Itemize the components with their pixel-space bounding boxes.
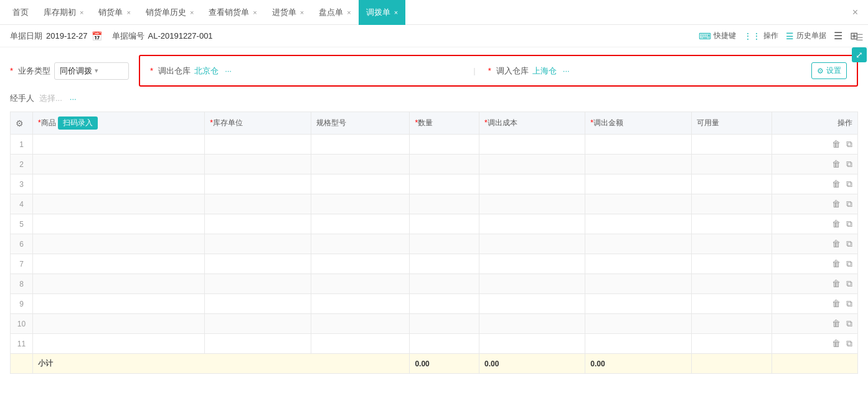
table-row: 9 🗑 ⧉ (11, 294, 858, 314)
table-row: 5 🗑 ⧉ (11, 214, 858, 234)
copy-btn[interactable]: ⧉ (846, 259, 852, 269)
warehouse-in-field: * 调入仓库 上海仓 ··· (488, 65, 799, 77)
biz-type-select[interactable]: 同价调拨 ▾ (54, 62, 129, 80)
biz-type-field: * 业务类型 同价调拨 ▾ (10, 62, 129, 80)
tab-close-stocktake[interactable]: × (347, 9, 351, 16)
delete-btn[interactable]: 🗑 (832, 278, 841, 288)
th-gear[interactable]: ⚙ (11, 112, 33, 135)
delete-btn[interactable]: 🗑 (832, 239, 841, 249)
tab-close-purchase[interactable]: × (300, 9, 304, 16)
table-wrapper: ⚙ *商品 扫码录入 *库存单位 规格型号 *数量 *调出成本 *调出金额 可用… (10, 112, 858, 374)
shortcut-action[interactable]: ⌨ 快捷键 (699, 31, 736, 41)
delete-btn[interactable]: 🗑 (832, 338, 841, 348)
wh-out-required: * (150, 66, 153, 75)
shortcut-icon: ⌨ (699, 31, 711, 41)
tab-close-transfer[interactable]: × (394, 9, 398, 16)
delete-btn[interactable]: 🗑 (832, 259, 841, 269)
table-row: 7 🗑 ⧉ (11, 254, 858, 274)
doc-date-field: 单据日期 2019-12-27 📅 (10, 31, 102, 42)
table-row: 2 🗑 ⧉ (11, 155, 858, 174)
copy-btn[interactable]: ⧉ (846, 318, 852, 328)
biz-type-chevron-icon: ▾ (95, 67, 98, 75)
copy-btn[interactable]: ⧉ (846, 219, 852, 229)
tab-sales-history[interactable]: 销货单历史 × (138, 0, 201, 25)
copy-btn[interactable]: ⧉ (846, 338, 852, 348)
operation-icon: ⋮⋮ (743, 31, 761, 41)
th-unit: *库存单位 (205, 112, 311, 135)
right-sidebar: ☰ ⤢ (851, 25, 868, 62)
row-num: 6 (11, 234, 33, 254)
tab-inventory-init[interactable]: 库存期初 × (36, 0, 91, 25)
copy-btn[interactable]: ⧉ (846, 139, 852, 149)
delete-btn[interactable]: 🗑 (832, 298, 841, 308)
th-spec: 规格型号 (311, 112, 410, 135)
table-row: 8 🗑 ⧉ (11, 274, 858, 294)
table-row: 4 🗑 ⧉ (11, 194, 858, 214)
row-num: 2 (11, 155, 33, 174)
copy-btn[interactable]: ⧉ (846, 199, 852, 209)
tab-purchase[interactable]: 进货单 × (265, 0, 311, 25)
person-row: 经手人 选择... ··· (10, 93, 858, 104)
row-num: 3 (11, 174, 33, 194)
tab-close-inventory-init[interactable]: × (80, 9, 83, 16)
wh-in-dots[interactable]: ··· (563, 66, 570, 75)
calendar-icon[interactable]: 📅 (92, 31, 102, 41)
copy-btn[interactable]: ⧉ (846, 159, 852, 169)
tab-close-sales-order[interactable]: × (126, 9, 130, 16)
layout-icon: ☰ (834, 30, 842, 42)
table-row: 1 🗑 ⧉ (11, 135, 858, 155)
transfer-table: ⚙ *商品 扫码录入 *库存单位 规格型号 *数量 *调出成本 *调出金额 可用… (10, 112, 858, 374)
delete-btn[interactable]: 🗑 (832, 139, 841, 149)
row-num: 4 (11, 194, 33, 214)
th-amount: *调出金额 (585, 112, 691, 135)
delete-btn[interactable]: 🗑 (832, 318, 841, 328)
tab-sales-order[interactable]: 销货单 × (91, 0, 138, 25)
wh-out-dots[interactable]: ··· (225, 66, 232, 75)
delete-btn[interactable]: 🗑 (832, 179, 841, 189)
tab-transfer[interactable]: 调拨单 × (359, 0, 405, 25)
table-header: ⚙ *商品 扫码录入 *库存单位 规格型号 *数量 *调出成本 *调出金额 可用… (11, 112, 858, 135)
person-dots[interactable]: ··· (70, 94, 77, 103)
th-qty: *数量 (410, 112, 479, 135)
tab-close-view-sales[interactable]: × (253, 9, 257, 16)
settings-button[interactable]: ⚙ 设置 (811, 62, 847, 79)
doc-no-field: 单据编号 AL-20191227-001 (112, 31, 213, 42)
toolbar-right: ⌨ 快捷键 ⋮⋮ 操作 ☰ 历史单据 ☰ ⊞ (699, 30, 858, 42)
wh-divider: | (473, 66, 475, 75)
row-num: 7 (11, 254, 33, 274)
sidebar-list-icon[interactable]: ☰ (852, 30, 867, 45)
row-num: 5 (11, 214, 33, 234)
delete-btn[interactable]: 🗑 (832, 159, 841, 169)
table-row: 3 🗑 ⧉ (11, 174, 858, 194)
scan-button[interactable]: 扫码录入 (58, 117, 98, 130)
row-num: 1 (11, 135, 33, 155)
row-num: 10 (11, 314, 33, 334)
history-action[interactable]: ☰ 历史单据 (786, 31, 826, 41)
window-close-button[interactable]: × (847, 7, 863, 18)
copy-btn[interactable]: ⧉ (846, 298, 852, 308)
row-num: 9 (11, 294, 33, 314)
tab-stocktake[interactable]: 盘点单 × (311, 0, 358, 25)
operation-action[interactable]: ⋮⋮ 操作 (743, 31, 778, 41)
row-num: 8 (11, 274, 33, 294)
toolbar: 单据日期 2019-12-27 📅 单据编号 AL-20191227-001 ⌨… (0, 25, 868, 47)
content-area: * 业务类型 同价调拨 ▾ * 调出仓库 北京仓 ··· | * 调入仓库 上海… (0, 47, 868, 381)
tab-close-sales-history[interactable]: × (190, 9, 194, 16)
person-select[interactable]: 选择... (39, 93, 62, 104)
warehouse-box: * 调出仓库 北京仓 ··· | * 调入仓库 上海仓 ··· ⚙ 设置 (139, 55, 858, 87)
delete-btn[interactable]: 🗑 (832, 219, 841, 229)
biz-type-required: * (10, 66, 13, 75)
copy-btn[interactable]: ⧉ (846, 179, 852, 189)
summary-row: 小计 0.00 0.00 0.00 (11, 354, 858, 374)
wh-in-required: * (488, 66, 491, 75)
copy-btn[interactable]: ⧉ (846, 239, 852, 249)
table-row: 11 🗑 ⧉ (11, 334, 858, 354)
tab-view-sales[interactable]: 查看销货单 × (201, 0, 264, 25)
copy-btn[interactable]: ⧉ (846, 278, 852, 288)
layout-action[interactable]: ☰ (834, 30, 842, 42)
table-row: 6 🗑 ⧉ (11, 234, 858, 254)
th-available: 可用量 (691, 112, 772, 135)
sidebar-expand-icon[interactable]: ⤢ (852, 47, 867, 62)
delete-btn[interactable]: 🗑 (832, 199, 841, 209)
tab-home[interactable]: 首页 (5, 0, 36, 25)
